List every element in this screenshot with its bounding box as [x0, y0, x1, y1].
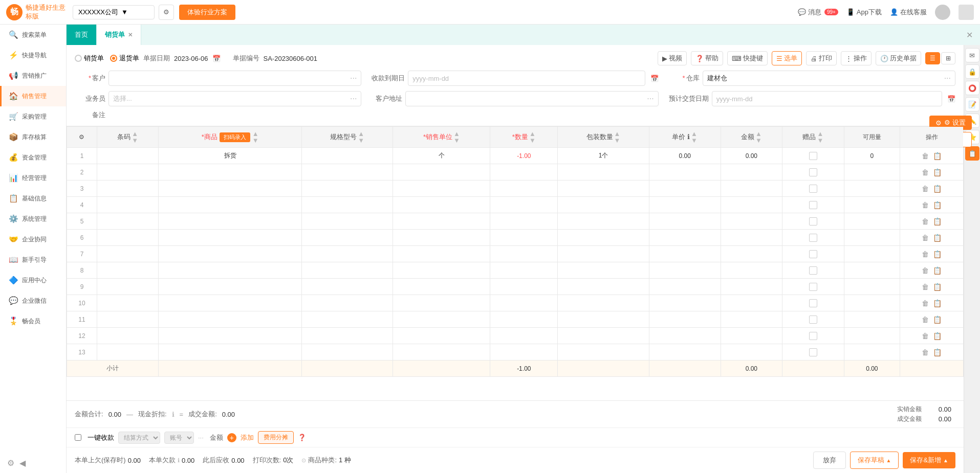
cell-gift[interactable] [782, 262, 844, 279]
cell-unit[interactable] [393, 197, 490, 213]
customer-address-input[interactable]: ··· [405, 91, 658, 106]
cell-spec[interactable] [301, 295, 393, 311]
copy-row-icon[interactable]: 📋 [933, 250, 942, 258]
cell-amount[interactable]: 0.00 [721, 148, 782, 164]
delete-row-icon[interactable]: 🗑 [922, 234, 929, 242]
delete-row-icon[interactable]: 🗑 [922, 185, 929, 193]
sidebar-item-purchase[interactable]: 🛒 采购管理 [0, 106, 66, 127]
cell-amount[interactable] [721, 279, 782, 295]
cell-unit-price[interactable] [649, 262, 721, 279]
cell-gift[interactable] [782, 328, 844, 344]
add-payment-button[interactable]: + [227, 433, 236, 442]
date-calendar-icon[interactable]: 📅 [212, 55, 221, 62]
cell-unit[interactable] [393, 295, 490, 311]
warehouse-input[interactable]: 建材仓 ··· [703, 71, 955, 86]
cell-unit[interactable] [393, 246, 490, 262]
video-button[interactable]: ▶ 视频 [658, 51, 687, 65]
cell-unit-price[interactable] [649, 164, 721, 181]
sidebar-item-inventory[interactable]: 📦 库存核算 [0, 127, 66, 147]
cell-spec[interactable] [301, 181, 393, 197]
cell-unit-price[interactable] [649, 344, 721, 361]
cell-pack-qty[interactable] [558, 230, 649, 246]
cell-unit[interactable] [393, 262, 490, 279]
tab-sales-order[interactable]: 销货单 ✕ [97, 25, 141, 45]
cell-pack-qty[interactable] [558, 311, 649, 328]
cell-amount[interactable] [721, 181, 782, 197]
cell-spec[interactable] [301, 164, 393, 181]
cell-barcode[interactable] [97, 230, 158, 246]
delete-row-icon[interactable]: 🗑 [922, 332, 929, 340]
cell-qty[interactable] [490, 197, 558, 213]
cell-qty[interactable] [490, 164, 558, 181]
cell-product[interactable]: 拆货 [159, 148, 301, 164]
sidebar-item-search[interactable]: 🔍 搜索菜单 [0, 25, 66, 45]
expected-date-input[interactable]: yyyy-mm-dd [712, 91, 942, 106]
page-close-button[interactable]: ✕ [959, 25, 980, 45]
right-panel-message-btn[interactable]: ✉ [965, 48, 979, 62]
online-service-button[interactable]: 👤 在线客服 [890, 8, 927, 17]
cell-product[interactable] [159, 279, 301, 295]
cell-amount[interactable] [721, 246, 782, 262]
delete-row-icon[interactable]: 🗑 [922, 152, 929, 160]
trial-button[interactable]: 体验行业方案 [179, 5, 235, 20]
cell-unit-price[interactable] [649, 246, 721, 262]
cell-gift[interactable] [782, 197, 844, 213]
sidebar-item-guide[interactable]: 📖 新手引导 [0, 250, 66, 270]
copy-row-icon[interactable]: 📋 [933, 168, 942, 176]
cell-qty[interactable]: -1.00 [490, 148, 558, 164]
one-click-checkbox[interactable] [75, 434, 81, 441]
cell-product[interactable] [159, 262, 301, 279]
cell-barcode[interactable] [97, 181, 158, 197]
cell-spec[interactable] [301, 344, 393, 361]
expected-date-calendar-icon[interactable]: 📅 [947, 95, 955, 103]
shortcut-button[interactable]: ⌨ 快捷键 [727, 51, 768, 65]
cell-barcode[interactable] [97, 164, 158, 181]
radio-return-order[interactable]: 退货单 [110, 54, 139, 63]
cell-qty[interactable] [490, 295, 558, 311]
copy-row-icon[interactable]: 📋 [933, 332, 942, 340]
operation-button[interactable]: ⋮ 操作 [841, 51, 872, 65]
cell-qty[interactable] [490, 246, 558, 262]
cell-unit-price[interactable] [649, 181, 721, 197]
copy-row-icon[interactable]: 📋 [933, 348, 942, 356]
cell-unit-price[interactable] [649, 230, 721, 246]
delete-row-icon[interactable]: 🗑 [922, 348, 929, 356]
payment-date-calendar-icon[interactable]: 📅 [650, 75, 659, 82]
cell-unit-price[interactable] [649, 213, 721, 230]
cell-pack-qty[interactable] [558, 279, 649, 295]
right-panel-note-btn[interactable]: 📝 [965, 97, 979, 111]
cell-qty[interactable] [490, 279, 558, 295]
cell-product[interactable] [159, 197, 301, 213]
cell-qty[interactable] [490, 262, 558, 279]
delete-row-icon[interactable]: 🗑 [922, 168, 929, 176]
cell-barcode[interactable] [97, 295, 158, 311]
cell-amount[interactable] [721, 311, 782, 328]
cell-unit-price[interactable] [649, 328, 721, 344]
cell-unit[interactable] [393, 311, 490, 328]
cell-spec[interactable] [301, 148, 393, 164]
cell-unit-price[interactable] [649, 311, 721, 328]
cell-spec[interactable] [301, 230, 393, 246]
company-selector[interactable]: XXXXXX公司 ▼ [73, 5, 155, 19]
cell-gift[interactable] [782, 279, 844, 295]
cell-pack-qty[interactable] [558, 181, 649, 197]
copy-row-icon[interactable]: 📋 [933, 299, 942, 307]
delete-row-icon[interactable]: 🗑 [922, 299, 929, 307]
abandon-button[interactable]: 放弃 [813, 452, 846, 469]
cell-unit-price[interactable] [649, 295, 721, 311]
cell-product[interactable] [159, 328, 301, 344]
right-panel-orange-btn[interactable]: 📋 [965, 146, 979, 161]
message-button[interactable]: 💬 消息 99+ [798, 8, 838, 17]
cell-pack-qty[interactable]: 1个 [558, 148, 649, 164]
help-button[interactable]: ❓ 帮助 [691, 51, 723, 65]
cell-amount[interactable] [721, 328, 782, 344]
cell-pack-qty[interactable] [558, 246, 649, 262]
cell-product[interactable] [159, 246, 301, 262]
copy-row-icon[interactable]: 📋 [933, 283, 942, 291]
cell-gift[interactable] [782, 295, 844, 311]
cell-pack-qty[interactable] [558, 213, 649, 230]
cell-barcode[interactable] [97, 344, 158, 361]
cell-qty[interactable] [490, 311, 558, 328]
cell-unit[interactable] [393, 279, 490, 295]
user-settings-icon[interactable] [959, 5, 974, 20]
